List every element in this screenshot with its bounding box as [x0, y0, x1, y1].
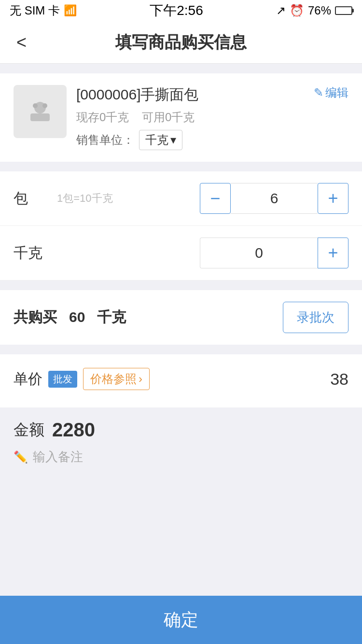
increment-kg-button[interactable]: +: [318, 238, 348, 268]
note-placeholder: 输入备注: [33, 448, 83, 465]
battery-bar: [335, 6, 352, 15]
amount-value: 2280: [52, 419, 95, 441]
price-section: 单价 批发 价格参照 › 38: [0, 354, 362, 407]
qty-controls-kg: +: [200, 238, 348, 268]
location-icon: ↗: [276, 4, 286, 17]
price-row: 单价 批发 价格参照 › 38: [14, 368, 348, 390]
qty-label-bao: 包: [14, 189, 52, 209]
unit-select[interactable]: 千克 ▾: [139, 130, 182, 150]
quantity-section: 包 1包=10千克 − + 千克 +: [0, 171, 362, 280]
alarm-icon: ⏰: [290, 4, 304, 17]
amount-section: 金额 2280 ✏️ 输入备注: [0, 407, 362, 477]
back-button[interactable]: <: [12, 28, 31, 57]
status-right: ↗ ⏰ 76%: [276, 4, 352, 17]
product-card: [0000006]手撕面包 ✎ 编辑 现存0千克 可用0千克 销售单位： 千克 …: [0, 73, 362, 162]
price-tag-wholesale: 批发: [48, 371, 77, 388]
svg-point-2: [42, 103, 47, 108]
product-unit: 销售单位： 千克 ▾: [76, 130, 348, 150]
confirm-button[interactable]: 确定: [0, 596, 362, 644]
total-row: 共购买 60 千克 录批次: [0, 290, 362, 345]
nav-bar: < 填写商品购买信息: [0, 21, 362, 64]
amount-row: 金额 2280: [14, 419, 348, 441]
product-name: [0000006]手撕面包: [76, 85, 198, 105]
qty-hint-bao: 1包=10千克: [57, 191, 200, 206]
qty-input-bao[interactable]: [231, 183, 318, 214]
increment-bao-button[interactable]: +: [318, 183, 348, 214]
status-left: 无 SIM 卡 📶: [10, 3, 77, 18]
product-stock: 现存0千克 可用0千克: [76, 110, 348, 125]
qty-row-bao: 包 1包=10千克 − +: [0, 171, 362, 226]
price-label-group: 单价 批发 价格参照 ›: [14, 368, 150, 390]
qty-controls-bao: − +: [200, 183, 348, 214]
note-row[interactable]: ✏️ 输入备注: [14, 448, 348, 465]
carrier-text: 无 SIM 卡: [10, 3, 60, 18]
product-logo-icon: [26, 97, 55, 126]
status-time: 下午2:56: [150, 1, 203, 20]
price-value: 38: [330, 370, 348, 389]
qty-row-kg: 千克 +: [0, 226, 362, 280]
amount-label: 金额: [14, 420, 44, 441]
status-bar: 无 SIM 卡 📶 下午2:56 ↗ ⏰ 76%: [0, 0, 362, 21]
product-info: [0000006]手撕面包 ✎ 编辑 现存0千克 可用0千克 销售单位： 千克 …: [76, 85, 348, 150]
record-batch-button[interactable]: 录批次: [283, 302, 348, 333]
price-reference-button[interactable]: 价格参照 ›: [83, 368, 150, 390]
svg-point-1: [33, 103, 38, 108]
page-title: 填写商品购买信息: [115, 31, 247, 54]
svg-rect-3: [30, 113, 50, 121]
decrement-bao-button[interactable]: −: [200, 183, 231, 214]
total-text: 共购买 60 千克: [14, 308, 126, 327]
price-label: 单价: [14, 369, 42, 389]
qty-input-kg[interactable]: [200, 238, 318, 268]
qty-label-kg: 千克: [14, 243, 52, 263]
pencil-icon: ✏️: [14, 450, 28, 464]
edit-button[interactable]: ✎ 编辑: [314, 85, 348, 100]
wifi-icon: 📶: [64, 4, 77, 17]
product-image: [14, 85, 67, 138]
battery-percent: 76%: [308, 4, 331, 17]
